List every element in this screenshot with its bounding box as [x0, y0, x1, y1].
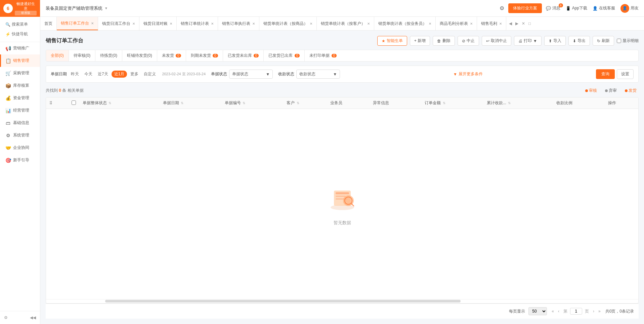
- tab-sales-stat[interactable]: 销售订单统计表 ✕: [177, 17, 218, 30]
- sidebar-item-system[interactable]: ⚙ 系统管理: [0, 129, 40, 141]
- date-custom[interactable]: 自定义: [142, 71, 158, 78]
- tab-home[interactable]: 首页: [40, 17, 57, 30]
- sidebar-item-purchase[interactable]: 🛒 采购管理: [0, 67, 40, 79]
- tab-sales-order[interactable]: 销售订单工作台 ✕: [57, 17, 98, 30]
- sidebar-item-finance[interactable]: 💰 资金管理: [0, 92, 40, 104]
- pagination-last-btn[interactable]: »: [597, 308, 602, 314]
- pagination-first-btn[interactable]: «: [550, 308, 555, 314]
- tab-reconcile[interactable]: 钱货日清对账 ✕: [139, 17, 177, 30]
- status-select[interactable]: 单据状态 ▼: [229, 70, 273, 79]
- customer-col-header[interactable]: 客户 ⇅: [283, 97, 327, 109]
- app-download-btn[interactable]: 📱 App下载: [566, 5, 587, 11]
- error-col-header[interactable]: 异常信息: [370, 97, 421, 109]
- status-col-header[interactable]: 单据整体状态 ⇅: [79, 97, 160, 109]
- sidebar-item-guide[interactable]: 🎯 新手引导: [0, 154, 40, 166]
- filter-tab-pending-pick[interactable]: 待拣货(0): [95, 50, 122, 61]
- sidebar-item-inventory[interactable]: 📦 库存核算: [0, 79, 40, 92]
- tab-salesman-stat[interactable]: 销货单统计表（按业务员） ✕: [374, 17, 436, 30]
- per-page-select[interactable]: 10 20 50 100: [528, 307, 547, 315]
- sidebar-item-enterprise[interactable]: 🤝 企业协同: [0, 141, 40, 154]
- ratio-col-header[interactable]: 收款比例: [553, 97, 605, 109]
- filter-tab-shipped-out[interactable]: 已发货已出库 0: [264, 50, 305, 61]
- filter-tab-pending-audit[interactable]: 待审核(0): [69, 50, 96, 61]
- expand-filter-btn[interactable]: ▼ 展开更多条件: [453, 71, 483, 77]
- ship-btn[interactable]: 发货: [623, 87, 639, 94]
- refresh-button[interactable]: ↻ 刷新: [593, 36, 614, 46]
- smart-generate-button[interactable]: ★ 智能生单: [377, 36, 407, 46]
- delete-button[interactable]: 🗑 删除: [433, 36, 455, 46]
- tab-reconcile-close[interactable]: ✕: [170, 22, 172, 26]
- tab-sales-exec[interactable]: 销售订单执行表 ✕: [218, 17, 259, 30]
- stop-button[interactable]: ⊘ 中止: [458, 36, 479, 46]
- message-btn[interactable]: 💬 消息 6: [546, 5, 560, 11]
- sidebar-item-operation[interactable]: 📊 经营管理: [0, 104, 40, 117]
- solution-button[interactable]: 体验行业方案: [508, 3, 542, 13]
- page-number-input[interactable]: [570, 308, 582, 315]
- sidebar-item-label: 新手引导: [13, 157, 29, 163]
- export-button[interactable]: ⬇ 导出: [568, 36, 590, 46]
- amount-col-header[interactable]: 订单金额 ⇅: [421, 97, 483, 109]
- tab-sales-profit-close[interactable]: ✕: [499, 22, 502, 26]
- print-button[interactable]: 🖨 打印 ▼: [514, 36, 542, 46]
- date-more[interactable]: 更多: [128, 71, 140, 78]
- date-7days[interactable]: 近7天: [96, 71, 110, 78]
- add-button[interactable]: + 新增: [410, 36, 430, 46]
- sidebar-item-marketing[interactable]: 📢 营销推广: [0, 42, 40, 54]
- quick-nav-item[interactable]: ⚡ 快捷导航: [3, 29, 37, 39]
- filter-tab-all[interactable]: 全部(0): [46, 50, 69, 61]
- tab-goods-stat-close[interactable]: ✕: [310, 22, 312, 26]
- filter-tab-overdue-not-shipped[interactable]: 到期未发货 0: [186, 50, 223, 61]
- scrollbar-area[interactable]: [46, 299, 638, 303]
- settings-button[interactable]: 设置: [617, 69, 634, 79]
- check-col-header[interactable]: [68, 97, 79, 109]
- tab-salesman-stat-close[interactable]: ✕: [429, 22, 431, 26]
- tab-sales-order-close[interactable]: ✕: [91, 22, 94, 25]
- filter-tab-shop-pending[interactable]: 旺铺待发货(0): [122, 50, 157, 61]
- filter-tab-not-printed[interactable]: 未打印单据 0: [305, 50, 341, 61]
- settings-bottom-btn[interactable]: ⚙: [3, 314, 9, 321]
- date-1month[interactable]: 近1月: [112, 71, 127, 78]
- collected-col-header[interactable]: 累计收款... ⇅: [483, 97, 553, 109]
- tabs-close-btn[interactable]: ✕: [520, 21, 526, 27]
- tabs-prev-btn[interactable]: ◀: [508, 21, 513, 27]
- salesman-col-header[interactable]: 业务员: [327, 97, 370, 109]
- tabs-next-btn[interactable]: ▶: [514, 21, 520, 27]
- tab-customer-stat[interactable]: 销货单统计表（按客户） ✕: [317, 17, 374, 30]
- date-yesterday[interactable]: 昨天: [69, 71, 81, 78]
- import-button[interactable]: ⬆ 导入: [544, 36, 566, 46]
- tab-sales-profit[interactable]: 销售毛利 ✕: [477, 17, 506, 30]
- date-today[interactable]: 今天: [82, 71, 94, 78]
- user-area[interactable]: 👤 用友: [620, 4, 639, 13]
- collapse-btn[interactable]: ◀◀: [29, 314, 37, 321]
- topbar-settings-btn[interactable]: ⚙: [500, 5, 504, 11]
- tab-profit-close[interactable]: ✕: [470, 22, 473, 26]
- search-menu-item[interactable]: 🔍 搜索菜单: [3, 19, 37, 29]
- filter-tab-shipped-not-out[interactable]: 已发货未出库 0: [223, 50, 264, 61]
- pagination-next-btn[interactable]: ›: [592, 308, 596, 314]
- cancel-stop-button[interactable]: ↩ 取消中止: [482, 36, 511, 46]
- audit-btn[interactable]: 审核: [583, 87, 599, 94]
- sidebar-item-sales[interactable]: 📋 销售管理: [0, 54, 40, 67]
- payment-select[interactable]: 收款状态 ▼: [296, 70, 340, 79]
- scrollbar-thumb[interactable]: [105, 300, 461, 302]
- show-detail-label[interactable]: 显示明细: [617, 38, 639, 44]
- date-col-header[interactable]: 单据日期 ⇅: [160, 97, 221, 109]
- select-all-checkbox[interactable]: [72, 100, 76, 105]
- cancel-audit-btn[interactable]: 弃审: [603, 87, 619, 94]
- pagination-prev-btn[interactable]: ‹: [557, 308, 561, 314]
- tab-daily-clear[interactable]: 钱货日清工作台 ✕: [98, 17, 139, 30]
- tab-goods-stat[interactable]: 销货单统计表（按商品） ✕: [259, 17, 317, 30]
- query-button[interactable]: 查询: [596, 69, 615, 79]
- tab-daily-clear-close[interactable]: ✕: [132, 22, 135, 26]
- tab-sales-exec-close[interactable]: ✕: [252, 22, 255, 26]
- tab-profit[interactable]: 商品毛利分析表 ✕: [436, 17, 477, 30]
- number-col-header[interactable]: 单据编号 ⇅: [221, 97, 283, 109]
- tab-sales-stat-close[interactable]: ✕: [211, 22, 214, 26]
- sidebar-item-base[interactable]: 🗃 基础信息: [0, 117, 40, 129]
- service-btn[interactable]: 👤 在线客服: [593, 5, 615, 11]
- tab-customer-stat-close[interactable]: ✕: [367, 22, 370, 26]
- sidebar-item-label: 营销推广: [13, 45, 29, 51]
- tabs-expand-btn[interactable]: □: [527, 21, 532, 27]
- filter-tab-not-shipped[interactable]: 未发货 0: [157, 50, 186, 61]
- show-detail-checkbox[interactable]: [617, 39, 621, 43]
